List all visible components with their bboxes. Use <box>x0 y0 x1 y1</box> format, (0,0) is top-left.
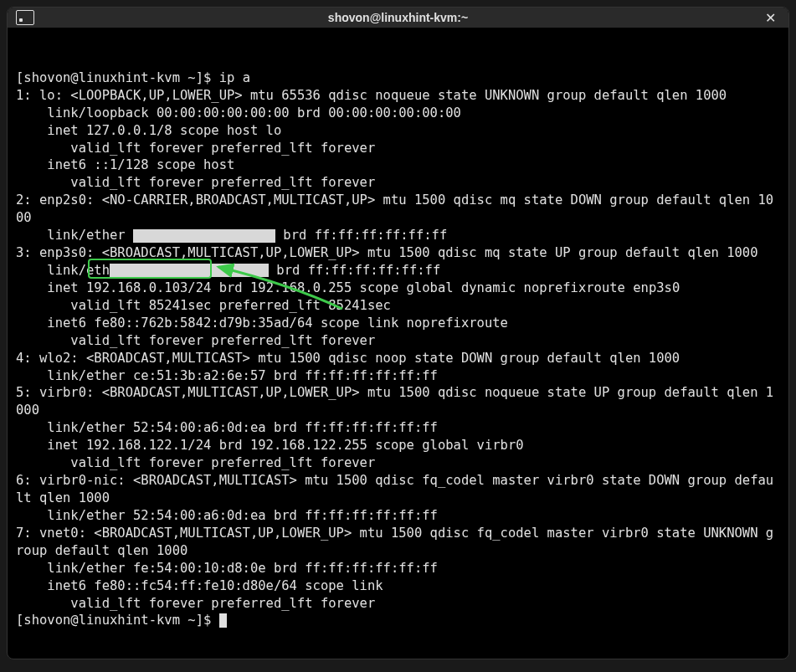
redacted-mac-1 <box>133 229 275 243</box>
window-title: shovon@linuxhint-kvm:~ <box>328 11 468 24</box>
ip-highlight-box <box>88 259 212 279</box>
terminal-icon <box>16 10 34 25</box>
arrow-annotation <box>208 259 376 342</box>
output-inet-pre: inet <box>16 280 86 295</box>
prompt: [shovon@linuxhint-kvm ~]$ <box>16 613 219 628</box>
cursor <box>219 613 227 628</box>
titlebar: shovon@linuxhint-kvm:~ ✕ <box>8 8 788 28</box>
terminal-content: [shovon@linuxhint-kvm ~]$ ip a 1: lo: <L… <box>16 69 780 630</box>
prompt: [shovon@linuxhint-kvm ~]$ <box>16 70 219 85</box>
highlighted-ip: 192.168.0.103/24 <box>86 280 211 295</box>
terminal-body[interactable]: [shovon@linuxhint-kvm ~]$ ip a 1: lo: <L… <box>8 28 788 659</box>
command: ip a <box>219 70 250 85</box>
terminal-window: shovon@linuxhint-kvm:~ ✕ [shovon@linuxhi… <box>7 7 789 659</box>
output-block-4: valid_lft 85241sec preferred_lft 85241se… <box>16 298 773 611</box>
close-button[interactable]: ✕ <box>760 8 780 28</box>
output-after-redacted-1: brd ff:ff:ff:ff:ff:ff <box>275 228 447 243</box>
output-block-1: 1: lo: <LOOPBACK,UP,LOWER_UP> mtu 65536 … <box>16 88 773 243</box>
